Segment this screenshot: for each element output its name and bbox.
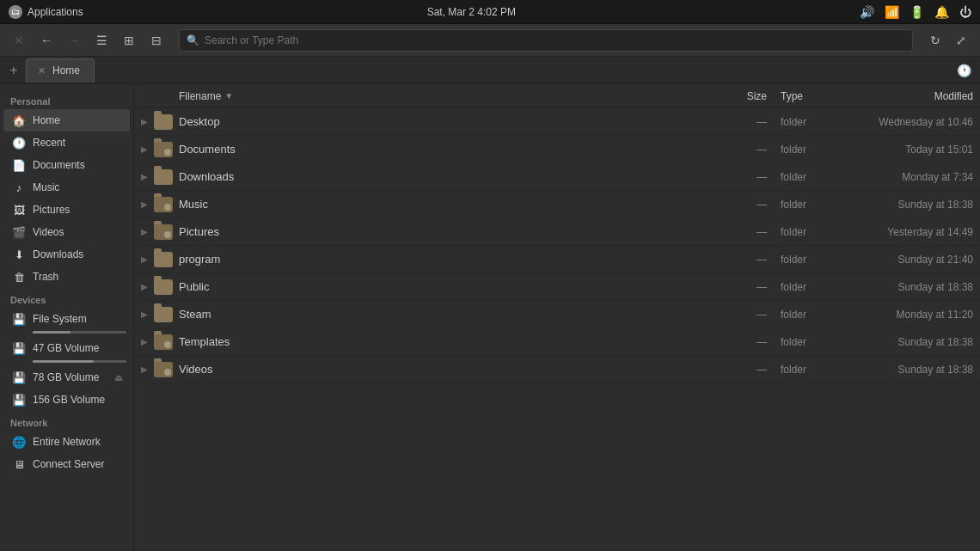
row-type-6: folder (767, 281, 836, 293)
sidebar-item-connect-server[interactable]: 🖥 Connect Server (3, 453, 130, 475)
personal-section-label: Personal (0, 89, 133, 109)
volume-icon[interactable]: 🔊 (860, 5, 874, 19)
row-expand-3[interactable]: ▶ (141, 199, 153, 209)
view-grid-button[interactable]: ⊞ (117, 28, 141, 52)
tab-close-icon[interactable]: ✕ (35, 64, 47, 77)
refresh-button[interactable]: ↻ (923, 28, 947, 52)
expand-button[interactable]: ⤢ (949, 28, 973, 52)
size-column-header[interactable]: Size (698, 90, 767, 102)
row-expand-6[interactable]: ▶ (141, 282, 153, 291)
row-modified-7: Monday at 11:20 (836, 309, 973, 321)
folder-icon (154, 279, 173, 295)
file-area: Filename ▼ Size Type Modified ▶ Desktop … (134, 84, 980, 551)
tab-home[interactable]: ✕ Home (26, 58, 95, 83)
app-title: Applications (28, 6, 83, 18)
row-expand-1[interactable]: ▶ (141, 144, 153, 154)
row-expand-5[interactable]: ▶ (141, 254, 153, 264)
row-icon-1 (153, 139, 174, 160)
sidebar-item-filesystem[interactable]: 💾 File System (3, 308, 130, 330)
row-modified-3: Sunday at 18:38 (836, 199, 973, 211)
view-compact-button[interactable]: ⊟ (144, 28, 168, 52)
sidebar-item-vol47[interactable]: 💾 47 GB Volume (3, 337, 130, 359)
row-name-5: program (179, 253, 698, 266)
table-row[interactable]: ▶ program — folder Sunday at 21:40 (134, 246, 980, 273)
toolbar-right-buttons: ↻ ⤢ (923, 28, 973, 52)
sidebar-music-label: Music (33, 181, 59, 193)
forward-button[interactable]: → (62, 28, 86, 52)
sidebar-downloads-label: Downloads (33, 248, 83, 260)
sidebar-connect-server-label: Connect Server (33, 458, 104, 470)
vol78-icon: 💾 (12, 370, 26, 384)
table-row[interactable]: ▶ Templates — folder Sunday at 18:38 (134, 328, 980, 356)
table-row[interactable]: ▶ Downloads — folder Monday at 7:34 (134, 163, 980, 191)
row-type-3: folder (767, 199, 836, 211)
connect-server-icon: 🖥 (12, 457, 26, 471)
row-expand-9[interactable]: ▶ (141, 364, 153, 374)
row-expand-0[interactable]: ▶ (141, 117, 153, 126)
sidebar-item-downloads[interactable]: ⬇ Downloads (3, 243, 130, 266)
row-size-2: — (698, 171, 767, 183)
table-row[interactable]: ▶ Steam — folder Monday at 11:20 (134, 301, 980, 328)
eject-icon[interactable]: ⏏ (114, 372, 123, 383)
sidebar-item-vol78[interactable]: 💾 78 GB Volume ⏏ (3, 366, 130, 389)
sidebar-item-pictures[interactable]: 🖼 Pictures (3, 199, 130, 221)
power-icon[interactable]: ⏻ (959, 5, 971, 19)
tab-home-label: Home (52, 64, 80, 77)
table-row[interactable]: ▶ Public — folder Sunday at 18:38 (134, 273, 980, 301)
add-tab-button[interactable]: + (3, 60, 24, 81)
row-modified-9: Sunday at 18:38 (836, 364, 973, 376)
sidebar-item-videos[interactable]: 🎬 Videos (3, 221, 130, 243)
modified-column-header[interactable]: Modified (836, 90, 973, 102)
table-row[interactable]: ▶ Videos — folder Sunday at 18:38 (134, 356, 980, 383)
sidebar-item-documents[interactable]: 📄 Documents (3, 154, 130, 176)
wifi-icon[interactable]: 📶 (885, 5, 899, 19)
folder-icon (154, 224, 173, 240)
table-row[interactable]: ▶ Desktop — folder Wednesday at 10:46 (134, 108, 980, 136)
row-name-7: Steam (179, 308, 698, 321)
sidebar-item-entire-network[interactable]: 🌐 Entire Network (3, 431, 130, 453)
sidebar-item-music[interactable]: ♪ Music (3, 176, 130, 199)
row-name-3: Music (179, 198, 698, 211)
row-modified-0: Wednesday at 10:46 (836, 116, 973, 128)
row-name-8: Templates (179, 335, 698, 348)
file-rows-container: ▶ Desktop — folder Wednesday at 10:46 ▶ … (134, 108, 980, 383)
folder-icon (154, 307, 173, 322)
row-type-7: folder (767, 309, 836, 321)
folder-icon (154, 334, 173, 350)
back-button[interactable]: ← (34, 28, 58, 52)
trash-icon: 🗑 (12, 270, 26, 284)
row-modified-4: Yesterday at 14:49 (836, 226, 973, 238)
row-expand-4[interactable]: ▶ (141, 227, 153, 236)
tab-history-button[interactable]: 🕐 (957, 64, 971, 77)
row-expand-8[interactable]: ▶ (141, 337, 153, 346)
close-button[interactable]: ✕ (7, 28, 31, 52)
row-type-0: folder (767, 116, 836, 128)
devices-section-label: Devices (0, 288, 133, 308)
row-modified-6: Sunday at 18:38 (836, 281, 973, 293)
home-icon: 🏠 (12, 113, 26, 127)
row-expand-7[interactable]: ▶ (141, 309, 153, 319)
search-input[interactable] (205, 34, 905, 46)
row-icon-7 (153, 304, 174, 325)
sidebar-item-home[interactable]: 🏠 Home (3, 109, 130, 132)
row-size-9: — (698, 364, 767, 376)
sidebar-vol156-label: 156 GB Volume (33, 394, 105, 406)
view-list-button[interactable]: ☰ (89, 28, 113, 52)
row-type-1: folder (767, 144, 836, 156)
search-icon: 🔍 (187, 34, 199, 46)
notification-icon[interactable]: 🔔 (934, 5, 949, 19)
type-column-header[interactable]: Type (767, 90, 836, 102)
filename-column-header[interactable]: Filename ▼ (179, 90, 698, 102)
sidebar-item-recent[interactable]: 🕐 Recent (3, 132, 130, 154)
row-modified-2: Monday at 7:34 (836, 171, 973, 183)
sidebar-home-label: Home (33, 114, 60, 126)
row-type-4: folder (767, 226, 836, 238)
sidebar-item-vol156[interactable]: 💾 156 GB Volume (3, 389, 130, 411)
table-row[interactable]: ▶ Music — folder Sunday at 18:38 (134, 191, 980, 218)
table-row[interactable]: ▶ Pictures — folder Yesterday at 14:49 (134, 218, 980, 246)
table-row[interactable]: ▶ Documents — folder Today at 15:01 (134, 136, 980, 163)
sidebar-item-trash[interactable]: 🗑 Trash (3, 266, 130, 288)
sidebar-entire-network-label: Entire Network (33, 436, 101, 448)
folder-icon (154, 142, 173, 157)
row-expand-2[interactable]: ▶ (141, 172, 153, 181)
